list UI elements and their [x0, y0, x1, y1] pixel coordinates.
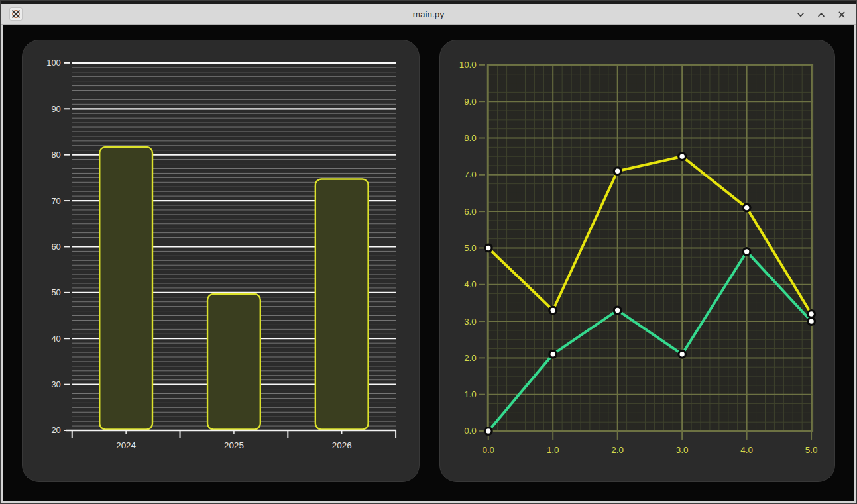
x-axis: 202420252026 [66, 430, 396, 450]
window-client-area: 2030405060708090100202420252026 0.01.02.… [1, 25, 856, 503]
window-controls [793, 4, 849, 25]
point-core-series-green-1 [551, 352, 555, 356]
point-core-series-green-2 [615, 308, 620, 313]
svg-text:3.0: 3.0 [676, 445, 689, 455]
svg-text:4.0: 4.0 [740, 445, 753, 455]
bar-2025 [207, 294, 260, 430]
line-chart: 0.01.02.03.04.05.00.01.02.03.04.05.06.07… [440, 40, 834, 481]
point-core-series-yellow-1 [551, 308, 555, 313]
svg-text:2.0: 2.0 [464, 353, 477, 363]
svg-text:5.0: 5.0 [805, 445, 818, 455]
point-core-series-green-0 [486, 428, 490, 433]
svg-text:5.0: 5.0 [464, 243, 477, 253]
svg-text:70: 70 [51, 196, 60, 206]
x-axis-labels: 0.01.02.03.04.05.0 [482, 432, 817, 455]
svg-text:30: 30 [51, 379, 60, 389]
chevron-down-icon [796, 10, 805, 19]
svg-text:80: 80 [51, 150, 60, 160]
svg-text:50: 50 [51, 287, 60, 297]
y-axis-labels: 2030405060708090100 [46, 58, 70, 435]
titlebar[interactable]: main.py [1, 4, 856, 25]
close-button[interactable] [834, 7, 849, 22]
bar-2024 [99, 147, 152, 430]
point-core-series-yellow-5 [809, 311, 813, 316]
svg-text:90: 90 [51, 104, 60, 114]
svg-text:3.0: 3.0 [464, 317, 477, 327]
screen: main.py [0, 0, 857, 504]
svg-text:1.0: 1.0 [464, 389, 477, 399]
point-core-series-yellow-2 [615, 169, 620, 174]
svg-text:2025: 2025 [224, 440, 244, 450]
svg-text:60: 60 [51, 242, 60, 252]
svg-text:8.0: 8.0 [464, 133, 477, 143]
svg-text:1.0: 1.0 [547, 445, 559, 455]
svg-text:40: 40 [51, 334, 60, 344]
maximize-button[interactable] [814, 7, 828, 22]
line-chart-panel: 0.01.02.03.04.05.00.01.02.03.04.05.06.07… [439, 40, 835, 482]
svg-text:4.0: 4.0 [464, 279, 477, 289]
bar-2026 [315, 179, 369, 429]
window-title: main.py [1, 9, 856, 19]
svg-text:10.0: 10.0 [459, 60, 477, 70]
point-core-series-yellow-4 [744, 205, 749, 210]
svg-text:100: 100 [46, 58, 61, 68]
svg-text:2024: 2024 [116, 440, 136, 450]
svg-text:2026: 2026 [332, 440, 352, 450]
chevron-up-icon [817, 10, 826, 19]
svg-text:9.0: 9.0 [464, 97, 477, 107]
y-axis-labels: 0.01.02.03.04.05.06.07.08.09.010.0 [459, 60, 485, 436]
close-icon [837, 10, 846, 19]
svg-text:0.0: 0.0 [464, 426, 477, 436]
point-core-series-green-3 [679, 352, 684, 356]
svg-text:20: 20 [51, 426, 60, 436]
window-inner-frame: main.py [1, 1, 856, 503]
svg-text:6.0: 6.0 [464, 207, 477, 217]
point-core-series-green-4 [744, 249, 749, 254]
bar-chart-panel: 2030405060708090100202420252026 [22, 40, 420, 482]
svg-text:2.0: 2.0 [611, 445, 624, 455]
svg-text:7.0: 7.0 [464, 170, 477, 179]
point-core-series-green-5 [809, 319, 813, 323]
point-core-series-yellow-3 [679, 154, 684, 158]
minimize-button[interactable] [793, 7, 808, 22]
point-core-series-yellow-0 [486, 246, 490, 250]
svg-text:0.0: 0.0 [482, 445, 494, 455]
app-window: main.py [0, 0, 857, 504]
bar-chart: 2030405060708090100202420252026 [23, 40, 419, 481]
